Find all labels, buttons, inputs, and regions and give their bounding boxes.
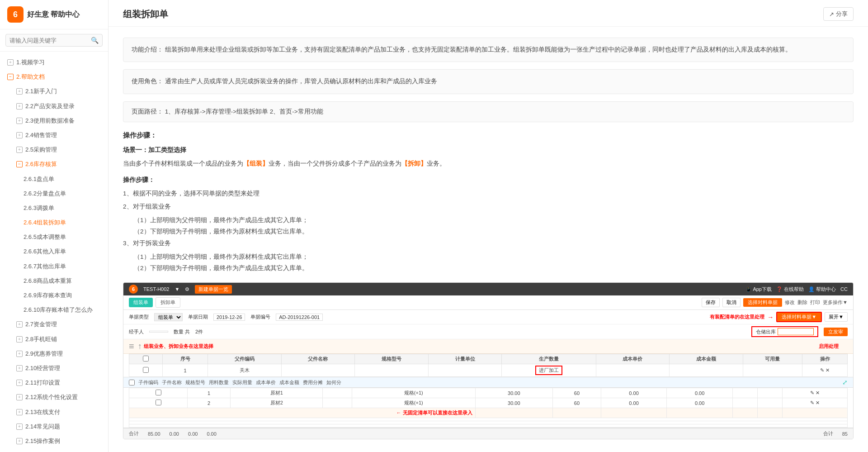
field-type-select[interactable]: 组装单 — [154, 313, 183, 321]
role-block: 使用角色： 通常由生产人员或库管人员完成拆装业务的操作，库管人员确认原材料的出库… — [123, 69, 854, 94]
erp-help-icon: ❓ 在线帮助 — [776, 286, 804, 293]
col-checkbox — [129, 354, 163, 364]
sidebar-item-capital[interactable]: + 2.7资金管理 — [0, 317, 108, 332]
content-body: 功能介绍： 组装拆卸单用来处理企业组装或拆卸等加工业务，支持有固定装配清单的产品… — [108, 27, 868, 452]
expand-icon: + — [16, 351, 23, 357]
sidebar-item-pay[interactable]: + 2.13在线支付 — [0, 405, 108, 419]
top-bar: 组装拆卸单 ↗ 分享 — [108, 0, 868, 27]
erp-tab-assembly[interactable]: 组装单 — [129, 298, 153, 307]
sidebar-item-label: 2.6.3调拨单 — [24, 204, 54, 212]
table-row: 1 关木 进厂加工 — [129, 364, 848, 377]
sidebar-item-split-stock[interactable]: 2.6.2分量盘点单 — [0, 186, 108, 201]
sidebar-item-label: 2.6.5成本调整单 — [24, 233, 66, 241]
sidebar-item-label: 2.3使用前数据准备 — [25, 117, 75, 125]
annotation-text3: 启用处理 — [819, 343, 839, 350]
sidebar-item-custom[interactable]: + 2.12系统个性化设置 — [0, 390, 108, 404]
erp-screenshot: 6 TEST-H002 ▼ ⚙ 新建单据一览 📱 App下载 ❓ 在线帮助 👤 … — [123, 283, 853, 439]
cell-checkbox[interactable] — [129, 364, 163, 377]
cell-avail — [743, 364, 802, 377]
search-box[interactable]: 🔍 — [5, 34, 103, 47]
page-title: 组装拆卸单 — [123, 8, 168, 20]
erp-topbar: 6 TEST-H002 ▼ ⚙ 新建单据一览 📱 App下载 ❓ 在线帮助 👤 … — [123, 283, 853, 295]
erp-confirm-btn[interactable]: 立发审 — [824, 328, 848, 336]
sidebar-item-install[interactable]: + 2.2产品安装及登录 — [0, 99, 108, 114]
sidebar-item-stock-err[interactable]: 2.6.10库存账本错了怎么办 — [0, 303, 108, 317]
sidebar-item-cases[interactable]: + 2.15操作案例 — [0, 434, 108, 448]
footer-empty6 — [782, 408, 847, 418]
sub-select-all[interactable] — [129, 380, 135, 385]
sub-col-req-qty: 用料数量 — [209, 379, 229, 386]
erp-new-order-btn[interactable]: 新建单据一览 — [195, 285, 232, 294]
erp-bom-btn[interactable]: 选择对料单据▼ — [776, 312, 822, 322]
expand-sub-icon[interactable]: ⤢ — [842, 379, 848, 386]
sidebar-item-mobile[interactable]: + 2.8手机旺铺 — [0, 332, 108, 347]
sub-row-edit1[interactable]: ✎ — [810, 390, 814, 395]
col-parent-name: 父件名称 — [281, 354, 355, 364]
erp-action1: 修改 — [785, 299, 795, 306]
share-button[interactable]: ↗ 分享 — [823, 7, 854, 21]
row-edit-icon[interactable]: ✎ — [820, 367, 824, 373]
sidebar-item-faq[interactable]: + 2.14常见问题 — [0, 419, 108, 434]
sidebar-item-label: 2.6.7其他出库单 — [24, 262, 66, 271]
field-warehouse-input[interactable] — [778, 328, 814, 335]
sub-row-del2[interactable]: ✕ — [816, 400, 820, 405]
erp-tab-disassembly[interactable]: 拆卸单 — [156, 297, 180, 308]
field-label-qty: 数量 共 — [174, 328, 190, 335]
select-all-checkbox[interactable] — [143, 356, 149, 362]
sidebar-item-data[interactable]: + 2.3使用前数据准备 — [0, 114, 108, 128]
footer-right-val: 85 — [842, 431, 848, 437]
sidebar-item-coupon[interactable]: + 2.9优惠券管理 — [0, 347, 108, 361]
sub-row-edit2[interactable]: ✎ — [810, 400, 814, 405]
sidebar-item-adjust[interactable]: 2.6.3调拨单 — [0, 201, 108, 215]
sidebar-item-cost-calc[interactable]: 2.6.8商品成本重算 — [0, 274, 108, 288]
sidebar-item-newcomer[interactable]: + 2.1新手入门 — [0, 84, 108, 99]
sub-col-spec: 规格型号 — [185, 379, 205, 386]
sub-row-del1[interactable]: ✕ — [816, 390, 820, 395]
ops-steps-title: 操作步骤： — [123, 176, 854, 184]
app-name: 好生意 帮助中心 — [27, 10, 80, 19]
sidebar-item-cost-adjust[interactable]: 2.6.5成本调整单 — [0, 230, 108, 244]
expand-icon: + — [16, 438, 23, 444]
sub-cost-unit2: 0.00 — [601, 398, 667, 408]
sidebar-item-label: 2.6库存核算 — [25, 160, 57, 168]
field-label-date: 单据日期 — [188, 314, 208, 320]
sidebar-item-inventory[interactable]: − 2.6库存核算 — [0, 157, 108, 171]
row-checkbox[interactable] — [143, 367, 149, 373]
erp-btn-confirm[interactable]: 选择对料单据 — [743, 298, 782, 307]
col-cost-unit: 成本单价 — [596, 354, 670, 364]
erp-btn-save[interactable]: 保存 — [702, 298, 720, 307]
search-icon[interactable]: 🔍 — [91, 37, 99, 44]
erp-expand-btn[interactable]: 展开▼ — [825, 312, 848, 322]
collapse-icon: − — [16, 161, 23, 167]
sub-code2: 原材2 — [231, 398, 323, 408]
sub-table-header-row: 子件编码 子件名称 规格型号 用料数量 实际用量 成本单价 成本金额 费用分摊 … — [123, 377, 853, 388]
table-row: 1 原材1 规格(+1) 30.00 60 0.00 0.00 — [129, 388, 848, 398]
intro-text: 组装拆卸单用来处理企业组装或拆卸等加工业务，支持有固定装配清单的产品加工业务，也… — [165, 46, 792, 53]
step3: 3、对于拆装业务 — [123, 238, 854, 249]
erp-btn-cancel[interactable]: 取消 — [722, 298, 741, 307]
row-delete-icon[interactable]: ✕ — [826, 367, 830, 373]
sidebar-item-stock-check[interactable]: 2.6.9库存账本查询 — [0, 288, 108, 303]
sub-row-check1[interactable] — [156, 390, 161, 395]
sidebar-item-docs[interactable]: − 2.帮助文档 — [0, 70, 108, 84]
sidebar-item-video[interactable]: + 1.视频学习 — [0, 55, 108, 70]
erp-annotation-area1: 单据类型 组装单 单据日期 2019-12-26 单据编号 AD-2019122… — [123, 310, 853, 339]
sidebar-item-print[interactable]: + 2.11打印设置 — [0, 376, 108, 390]
search-input[interactable] — [9, 37, 91, 44]
sidebar-item-other-in[interactable]: 2.6.6其他入库单 — [0, 244, 108, 259]
left-sidebar-icon: ≡ — [129, 341, 134, 352]
sidebar-item-label: 2.7资金管理 — [25, 320, 57, 328]
sub-row-check2[interactable] — [156, 400, 161, 405]
expand-icon: + — [16, 380, 23, 386]
sidebar-item-sales[interactable]: + 2.4销售管理 — [0, 128, 108, 143]
step1: 1、根据不同的业务，选择不同单据的类型来处理 — [123, 188, 854, 200]
sidebar-item-stocktake[interactable]: 2.6.1盘点单 — [0, 172, 108, 186]
sidebar-item-ops[interactable]: + 2.10经营管理 — [0, 361, 108, 376]
erp-logo: 6 — [129, 285, 138, 294]
logo-area: 6 好生意 帮助中心 — [0, 0, 108, 29]
sidebar-item-assembly[interactable]: 2.6.4组装拆卸单 — [0, 215, 108, 230]
sub-fee2 — [732, 398, 757, 408]
sidebar-item-other-out[interactable]: 2.6.7其他出库单 — [0, 259, 108, 274]
sidebar-item-purchase[interactable]: + 2.5采购管理 — [0, 143, 108, 157]
table-row — [129, 421, 848, 424]
